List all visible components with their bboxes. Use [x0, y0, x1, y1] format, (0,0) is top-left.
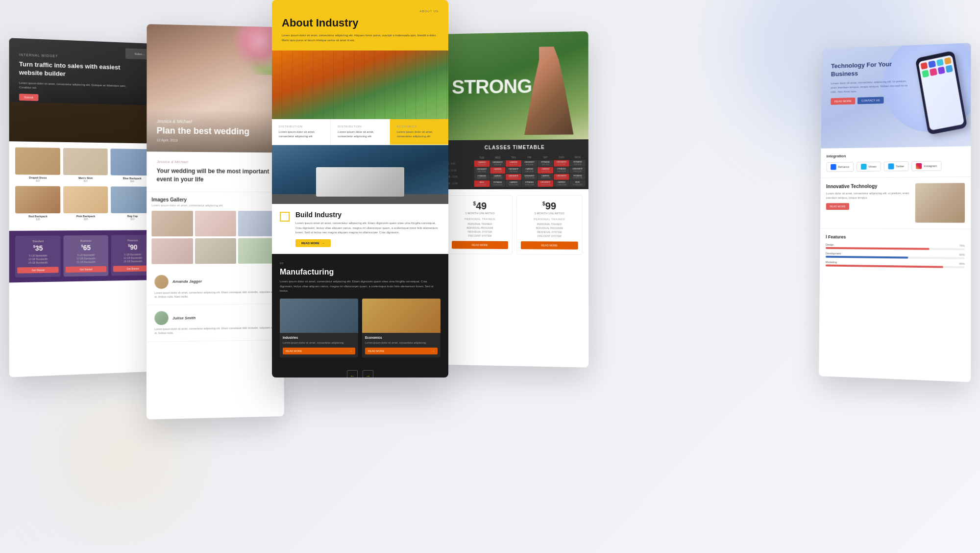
feature-bar-fill: [826, 247, 929, 250]
feature-bar-name: Development: [826, 252, 841, 255]
phone-icons: [918, 55, 956, 80]
manuf-card-body: Industries Lorem ipsum dolor sit amet, c…: [280, 333, 358, 357]
timetable-section: CLASSES TIMETABLE TUE WED THU FRI SAT SU…: [442, 139, 588, 189]
fitness-hero-text: STRONG: [452, 76, 532, 97]
dist-text: Lorem ipsum dolor sit amet, consectetur …: [279, 130, 323, 139]
build-content: Build Industry Lorem ipsum amet sit amet…: [295, 211, 441, 247]
section-names: Jessica & Michael: [157, 159, 274, 165]
class-cell: FITNESS8:00-9:00: [570, 160, 586, 166]
class-cell: CARDIO8:00-9:00: [506, 160, 521, 167]
card-tech: Technology For Your Business Lorem dolor…: [819, 43, 971, 382]
integration-behance[interactable]: Behance: [826, 162, 854, 172]
section-title: Your wedding will be the most important …: [156, 167, 273, 184]
build-text: Lorem ipsum amet sit amet, consectetur a…: [295, 221, 441, 235]
card-fitness: STRONG CLASSES TIMETABLE TUE WED THU FRI…: [441, 31, 589, 368]
class-cell: CARDIO9:00-10:00: [522, 167, 538, 174]
photos-title: Images Gallery: [151, 197, 278, 202]
pricing-features: 5 GB Bandwidth 10 GB Bandwidth 15 GB Ban…: [17, 254, 59, 264]
price-feature: DISCOUNT SYSTEM: [521, 234, 578, 238]
pricing-btn[interactable]: Get Started: [17, 267, 59, 274]
price-btn[interactable]: READ MORE: [452, 241, 508, 250]
feature-bar-fill: [826, 264, 943, 268]
phone-hand-sim: [915, 183, 965, 223]
pricing-btn[interactable]: Get Started: [66, 266, 106, 273]
innovation-title: Innovative Technology: [826, 183, 909, 189]
vimeo-icon: [861, 164, 867, 170]
manuf-btn-arrow: →: [350, 350, 353, 352]
timetable-grid: TUE WED THU FRI SAT SUN MON 8:00 - 9:00 …: [442, 152, 588, 189]
phone-icon: [936, 59, 943, 67]
class-cell: CARDIO9:00-10:00: [538, 167, 553, 174]
day-label: MON: [570, 154, 586, 159]
product-price: $15: [63, 179, 107, 183]
tech-hero-text: Lorem dolor sit amet, consectetur adipis…: [831, 79, 911, 94]
time-label: 9:00 - 10:00: [445, 167, 474, 174]
pricing-features: 5 GB Bandwidth 10 GB Bandwidth 15 GB Ban…: [66, 253, 106, 264]
test-avatar-1: [154, 275, 168, 288]
tech-contact-btn[interactable]: CONTACT US: [858, 97, 883, 104]
product-item: Men's Shirt $15: [63, 148, 108, 182]
dist-section: Distribution Lorem ipsum dolor sit amet,…: [272, 119, 448, 145]
truck-sim: [316, 167, 404, 197]
integration-instagram[interactable]: Instagram: [911, 161, 941, 171]
class-cell: CARDIO10:00-11:00: [538, 174, 553, 180]
timetable-header: CLASSES TIMETABLE: [442, 139, 588, 153]
integrations-section: Integration Behance Vimeo Twitter Instag…: [821, 146, 971, 178]
class-cell: FITNESS10:00-11:00: [474, 174, 490, 180]
containers-sim: [272, 50, 448, 119]
features-section: l Features Design 75% Development 60%: [820, 228, 971, 277]
build-icon: [280, 212, 290, 222]
price-feature: INDIVIDUAL SYSTEM: [452, 230, 508, 233]
features-title: l Features: [826, 234, 965, 240]
price-card-99: $99 3 MONTH UNLIMITED PERSONAL TRAINER P…: [516, 195, 583, 255]
photos-sub: Lorem ipsum dolor sit amet, consectetur …: [151, 203, 278, 206]
tech-hero-title: Technology For Your Business: [831, 60, 912, 79]
price-feature: PERSONAL TRAINER: [452, 223, 508, 226]
vimeo-label: Vimeo: [868, 165, 877, 168]
price-label: PERSONAL TRAINER: [521, 218, 578, 221]
price-feature: INDIVIDUAL SYSTEM: [521, 230, 578, 234]
price-feature: PERSONAL TRAINER: [521, 223, 578, 226]
manuf-card-title-2: Economics: [365, 336, 438, 339]
class-cell: CARDIO9:00-10:00: [490, 167, 505, 174]
feature-bar-fill: [826, 256, 908, 259]
tech-hero: Technology For Your Business Lorem dolor…: [821, 43, 971, 148]
integration-vimeo[interactable]: Vimeo: [857, 162, 881, 172]
price-btn[interactable]: READ MORE: [521, 241, 578, 250]
test-text-1: Lorem ipsum dolor sit amet, consectetur …: [154, 290, 276, 299]
manuf-card-economics: Economics Lorem ipsum dolor sit amet, co…: [362, 299, 441, 357]
pricing-feature: 15 GB Bandwidth: [17, 261, 59, 264]
manuf-btn-label: READ MORE: [286, 350, 302, 352]
pricing-feature: 5 GB Bandwidth: [66, 253, 106, 257]
integration-twitter[interactable]: Twitter: [883, 161, 908, 171]
testimonial-2: Julise Smith Lorem ipsum dolor sit amet,…: [147, 304, 284, 342]
photo-cell: [195, 211, 236, 236]
class-cell: CROSSFIT9:00-10:00: [570, 167, 586, 173]
tech-hero-content: Technology For Your Business Lorem dolor…: [831, 60, 912, 105]
manuf-card-img: [280, 299, 358, 333]
innovation-btn[interactable]: READ MORE: [826, 203, 850, 210]
nav-dot-next[interactable]: →: [363, 370, 373, 377]
pricing-row: Standard $35 5 GB Bandwidth 10 GB Bandwi…: [15, 235, 155, 277]
class-cell: BOX11:00-12:00: [570, 180, 586, 187]
product-thumb: [63, 186, 108, 213]
manuf-card-btn[interactable]: READ MORE →: [283, 348, 355, 354]
price-feature: DISCOUNT SYSTEM: [452, 234, 508, 237]
price-feature: INDIVIDUAL PROGRAM: [521, 226, 578, 229]
photo-grid: [151, 210, 279, 264]
about-label: ABOUT US: [282, 10, 439, 13]
read-more-btn[interactable]: READ MORE →: [295, 239, 331, 247]
class-cell: FITNESS9:00-10:00: [554, 167, 569, 173]
class-cell: CROSSFIT9:00-10:00: [506, 167, 521, 174]
pricing-col-standard: Standard $35 5 GB Bandwidth 10 GB Bandwi…: [15, 235, 61, 277]
nav-dot-prev[interactable]: ←: [347, 370, 358, 377]
product-row-1: Draped Dress $22 Men's Shirt $15 Blue Ba…: [15, 147, 154, 182]
test-avatar-2: [154, 311, 168, 326]
tech-read-more-btn[interactable]: READ MORE: [831, 98, 855, 105]
product-item: Draped Dress $22: [15, 147, 60, 182]
manuf-cards: Industries Lorem ipsum dolor sit amet, c…: [280, 299, 441, 357]
manuf-card-btn-2[interactable]: READ MORE →: [365, 348, 438, 354]
feature-bar-2: Development 60%: [826, 252, 965, 259]
website-hero-btn[interactable]: Submit: [19, 94, 38, 101]
class-cell: CROSSFIT10:00-11:00: [506, 174, 521, 180]
